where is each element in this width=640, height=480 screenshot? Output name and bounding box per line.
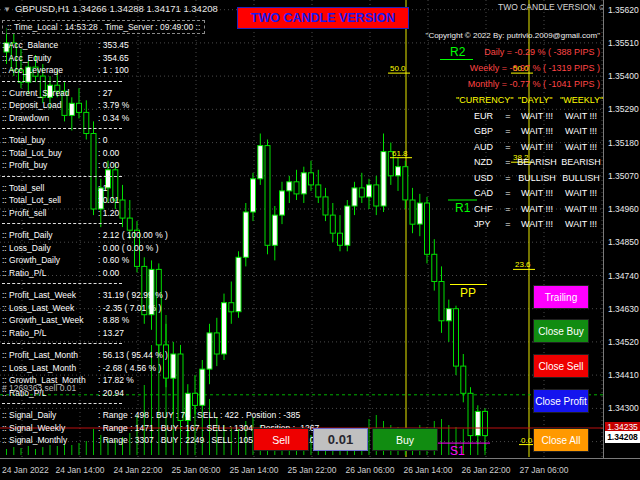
stat-row: :: Profit_buy: 0.00 <box>2 159 302 172</box>
stat-separator <box>2 343 122 344</box>
close-profit-button[interactable]: Close Profit <box>533 389 589 413</box>
price-axis-label: 1.35510 <box>608 38 639 48</box>
sell-button[interactable]: Sell <box>253 428 309 451</box>
pivot-label: R1 <box>455 201 471 215</box>
stat-separator <box>2 223 122 224</box>
stat-separator <box>2 283 122 284</box>
stat-row: :: Ratio_P/L: 0.00 <box>2 267 302 280</box>
currency-row: CHF=WAIT !!!WAIT !!! <box>474 201 602 217</box>
time-axis-label: 26 Jan 22:00 <box>461 465 510 475</box>
currency-row: EUR=WAIT !!!WAIT !!! <box>474 108 602 124</box>
price-axis-label: 1.35620 <box>608 5 639 15</box>
fib-label: 61.8 <box>392 149 408 158</box>
stat-row: :: Growth_Daily: 0.60 % <box>2 254 302 267</box>
price-axis-label: 1.34520 <box>608 337 639 347</box>
price-axis-label: 1.34630 <box>608 304 639 314</box>
currency-table-header-daily: "DAYLY" <box>518 95 553 105</box>
time-axis-label: 25 Jan 14:00 <box>229 465 278 475</box>
price-axis-label: 1.35180 <box>608 138 639 148</box>
stat-row: :: Total_buy: 0 <box>2 134 302 147</box>
stat-row: :: Profit_Daily: 2.12 ( 100.00 % ) <box>2 229 302 242</box>
pivot-label: PP <box>460 286 476 300</box>
stat-row: :: Drawdown: 0.34 % <box>2 112 302 125</box>
stat-row: :: Loss_Last_Month: -2.68 ( 4.56 % ) <box>2 362 302 375</box>
symbol-ohlc-line: ▼GBPUSD,H1 1.34266 1.34288 1.34171 1.342… <box>3 3 218 14</box>
stat-row: :: Deposit_Load: 3.79 % <box>2 99 302 112</box>
time-info-box: :: Time_Local : 14:53:28 . Time_Server :… <box>2 20 205 34</box>
stat-row: :: Total_Lot_sell: 0.01 <box>2 194 302 207</box>
price-axis-label: 1.34740 <box>608 271 639 281</box>
trailing-button[interactable]: Trailing <box>533 285 589 309</box>
price-axis-label: 1.35070 <box>608 171 639 181</box>
account-stats-panel: :: Acc_Balance: 353.45:: Acc_Equity: 354… <box>2 39 302 447</box>
fib-label: 0.0 <box>521 436 533 445</box>
stat-separator <box>2 128 122 129</box>
stat-row: :: Total_Lot_buy: 0.00 <box>2 147 302 160</box>
chart-dropdown-icon[interactable]: ▼ <box>3 5 11 14</box>
price-axis[interactable]: 1.34235 1.34208 1.356201.355101.354001.3… <box>603 0 640 480</box>
stat-row: :: Ratio_P/L: 20.94 <box>2 387 302 400</box>
stat-row: :: Ratio_P/L: 13.27 <box>2 327 302 340</box>
close-buy-button[interactable]: Close Buy <box>533 319 589 343</box>
stat-row: :: Acc_Equity: 354.65 <box>2 52 302 65</box>
stat-row: :: Growth_Last_Week: 8.88 % <box>2 314 302 327</box>
pivot-label: S1 <box>450 444 465 457</box>
stat-row: :: Current_Spread: 27 <box>2 87 302 100</box>
currency-row: USD=BULLISHBULLISH <box>474 170 602 186</box>
close-all-button[interactable]: Close All <box>533 428 589 452</box>
time-axis-label: 24 Jan 14:00 <box>55 465 104 475</box>
time-axis-label: 24 Jan 22:00 <box>113 465 162 475</box>
currency-row: GBP=WAIT !!!WAIT !!! <box>474 124 602 140</box>
time-axis-label: 25 Jan 06:00 <box>171 465 220 475</box>
stat-row: :: Loss_Daily: 0.00 ( 0.00 % ) <box>2 242 302 255</box>
copyright-label: "Copyright © 2022 By: putrivio.2009@gmai… <box>404 31 600 40</box>
stat-row: :: Profit_sell: 1.20 <box>2 207 302 220</box>
stat-row: :: Signal_Daily: Range : 498 . BUY : 76 … <box>2 409 302 422</box>
currency-table-header-weekly: "WEEKLY" <box>560 95 603 105</box>
price-axis-label: 1.34300 <box>608 403 639 413</box>
currency-row: CAD=WAIT !!!WAIT !!! <box>474 186 602 202</box>
stat-row: :: Profit_Last_Month: 56.13 ( 95.44 % ) <box>2 349 302 362</box>
symbol-ohlc-text: GBPUSD,H1 1.34266 1.34288 1.34171 1.3420… <box>15 3 218 14</box>
price-axis-label: 1.34410 <box>608 370 639 380</box>
strength-row: Weekly = -0.97 % ( -1319 PIPS ) <box>400 60 600 76</box>
price-axis-label: 1.34960 <box>608 204 639 214</box>
time-axis-label: 24 Jan 2022 <box>2 465 49 475</box>
currency-row: JPY=WAIT !!!WAIT !!! <box>474 217 602 233</box>
stat-row: :: Acc_Leverage: 1 : 100 <box>2 64 302 77</box>
mt4-terminal-window: # 1269363 sell 0.01R2R1PPS150.061.8100.0… <box>0 0 640 480</box>
stat-row: :: Profit_Last_Week: 31.19 ( 92.99 % ) <box>2 289 302 302</box>
currency-signal-table: EUR=WAIT !!!WAIT !!!GBP=WAIT !!!WAIT !!!… <box>474 108 602 232</box>
currency-row: NZD=BEARISHBEARISH <box>474 155 602 171</box>
stat-separator <box>2 176 122 177</box>
ea-title-banner: TWO CANDLE VERSION <box>237 7 409 29</box>
time-axis-label: 27 Jan 06:00 <box>519 465 568 475</box>
strength-summary: Daily = -0.29 % ( -388 PIPS )Weekly = -0… <box>400 44 600 92</box>
buy-button[interactable]: Buy <box>372 428 438 451</box>
price-axis-label: 1.34850 <box>608 237 639 247</box>
stat-separator <box>2 81 122 82</box>
lot-size-input[interactable]: 0.01 <box>313 428 368 451</box>
indicator-name-label: TWO CANDLE VERSION ☺ <box>498 2 600 12</box>
fib-label: 23.6 <box>515 260 531 269</box>
stat-row: :: Growth_Last_Month: 17.82 % <box>2 374 302 387</box>
time-axis[interactable]: 24 Jan 202224 Jan 14:0024 Jan 22:0025 Ja… <box>0 458 640 480</box>
stat-row: :: Loss_Last_Week: -2.35 ( 7.01 % ) <box>2 302 302 315</box>
strength-row: Monthly = -0.77 % ( -1041 PIPS ) <box>400 76 600 92</box>
close-sell-button[interactable]: Close Sell <box>533 354 589 378</box>
price-axis-label: 1.35400 <box>608 71 639 81</box>
currency-row: AUD=WAIT !!!WAIT !!! <box>474 139 602 155</box>
currency-table-header-currency: "CURRENCY" <box>456 95 513 105</box>
stat-row: :: Total_sell: 1 <box>2 182 302 195</box>
stat-separator <box>2 403 122 404</box>
price-axis-label: 1.35290 <box>608 104 639 114</box>
stat-row: :: Acc_Balance: 353.45 <box>2 39 302 52</box>
time-axis-label: 25 Jan 22:00 <box>287 465 336 475</box>
time-axis-label: 26 Jan 06:00 <box>345 465 394 475</box>
bid-price-box: 1.34208 <box>605 431 640 443</box>
strength-row: Daily = -0.29 % ( -388 PIPS ) <box>400 44 600 60</box>
time-axis-label: 26 Jan 14:00 <box>403 465 452 475</box>
